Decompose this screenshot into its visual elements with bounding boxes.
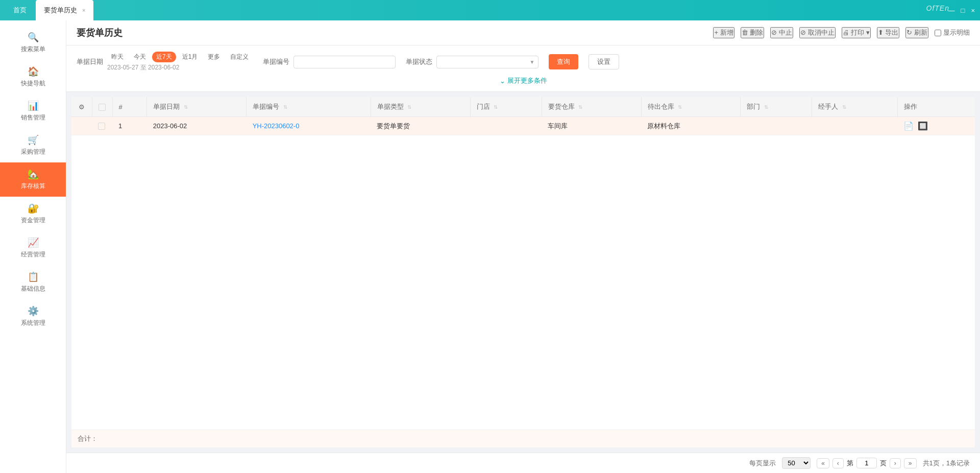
sort-bill-no-icon: ⇅ [283,104,287,110]
date-btn-last1month[interactable]: 近1月 [178,52,202,62]
sort-bill-type-icon: ⇅ [407,104,411,110]
table-footer: 合计： [71,430,975,447]
sidebar-item-system[interactable]: ⚙️ 系统管理 [0,299,66,334]
inventory-icon: 🏡 [28,169,39,180]
main-table: ⚙ # 单据日期 ⇅ 单据编号 [71,97,975,135]
filter-row-1: 单据日期 昨天 今天 近7天 [77,52,970,72]
td-department [741,117,812,135]
date-btn-more[interactable]: 更多 [204,52,224,62]
sales-icon: 📊 [28,100,39,111]
expand-btn[interactable]: ⌄ 展开更多条件 [500,76,547,85]
status-filter-group: 单据状态 [406,56,538,68]
tab-home[interactable]: 首页 [5,0,35,20]
td-row-settings [71,117,92,135]
refresh-label: ↻ 刷新 [906,28,927,37]
table-wrapper: ⚙ # 单据日期 ⇅ 单据编号 [71,97,975,430]
export-button[interactable]: ⬆ 导出 [877,27,900,38]
tab-home-label: 首页 [13,6,27,15]
maximize-btn[interactable]: □ [961,7,965,14]
purchase-icon: 🛒 [28,134,39,146]
page-unit: 页 [880,459,887,468]
next-page-btn[interactable]: › [890,458,901,468]
top-bar: 首页 要货单历史 × OfTEn — □ × [0,0,980,20]
quick-nav-icon: 🏠 [28,66,39,77]
page-size-select[interactable]: 50 100 200 [782,457,811,469]
header-checkbox[interactable] [99,104,106,111]
th-pending-warehouse[interactable]: 待出仓库 ⇅ [641,97,741,117]
sidebar-item-quick-nav[interactable]: 🏠 快捷导航 [0,60,66,94]
th-department[interactable]: 部门 ⇅ [741,97,812,117]
prev-page-btn[interactable]: ‹ [832,458,844,468]
stop-button[interactable]: ⊘ 中止 [770,27,793,38]
show-detail-label: 显示明细 [943,28,970,37]
td-handler [812,117,897,135]
tab-close-icon[interactable]: × [82,7,85,13]
sidebar-item-inventory[interactable]: 🏡 库存核算 [0,162,66,197]
cancel-stop-button[interactable]: ⊘ 取消中止 [799,27,836,38]
query-button[interactable]: 查询 [549,54,578,69]
print-label: 🖨 打印 ▾ [843,28,870,37]
td-row-checkbox[interactable] [92,117,112,135]
first-page-btn[interactable]: « [817,458,829,468]
new-button[interactable]: + 新增 [713,27,734,38]
stop-label: ⊘ 中止 [771,28,792,37]
th-checkbox[interactable] [92,97,112,117]
th-bill-type[interactable]: 单据类型 ⇅ [371,97,470,117]
bill-number-input[interactable] [293,56,396,68]
th-store[interactable]: 门店 ⇅ [470,97,542,117]
status-select[interactable] [436,56,538,68]
page-nav: « ‹ 第 页 › » [817,458,916,468]
th-actions: 操作 [897,97,975,117]
show-detail-checkbox-label[interactable]: 显示明细 [935,28,970,37]
brand-watermark: OfTEn [926,4,949,12]
th-req-warehouse[interactable]: 要货仓库 ⇅ [542,97,641,117]
sidebar-item-search-menu[interactable]: 🔍 搜索菜单 [0,26,66,60]
sort-req-warehouse-icon: ⇅ [578,104,582,110]
row-delete-icon[interactable]: 🔲 [918,121,928,131]
refresh-button[interactable]: ↻ 刷新 [905,27,928,38]
export-label: ⬆ 导出 [878,28,899,37]
new-label: + 新增 [714,28,733,37]
page-header: 要货单历史 + 新增 🗑 删除 ⊘ 中止 ⊘ 取消中止 🖨 打印 ▾ [66,20,980,45]
last-page-btn[interactable]: » [904,458,917,468]
tab-purchase-history[interactable]: 要货单历史 × [36,0,93,20]
table-header-row: ⚙ # 单据日期 ⇅ 单据编号 [71,97,975,117]
th-bill-no[interactable]: 单据编号 ⇅ [247,97,371,117]
sidebar-item-basic-info[interactable]: 📋 基础信息 [0,265,66,299]
sidebar-item-system-label: 系统管理 [21,319,45,327]
td-date: 2023-06-02 [147,117,247,135]
date-filter-group: 单据日期 昨天 今天 近7天 [77,52,253,72]
delete-label: 🗑 删除 [742,28,764,37]
row-edit-icon[interactable]: 📄 [903,121,914,131]
sidebar-item-operations[interactable]: 📈 经营管理 [0,231,66,265]
row-checkbox[interactable] [98,123,105,130]
page-title: 要货单历史 [77,27,122,39]
date-btn-today[interactable]: 今天 [130,52,150,62]
show-detail-checkbox[interactable] [935,30,941,36]
setting-button[interactable]: 设置 [589,54,619,69]
brand-text: OfTEn [926,4,949,12]
tab-bar: 首页 要货单历史 × [5,0,948,20]
delete-button[interactable]: 🗑 删除 [741,27,765,38]
status-select-wrapper [436,56,538,68]
sidebar-item-purchase[interactable]: 🛒 采购管理 [0,128,66,162]
date-btn-last7days[interactable]: 近7天 [152,52,176,62]
finance-icon: 🔐 [28,203,39,214]
th-settings[interactable]: ⚙ [71,97,92,117]
system-icon: ⚙️ [28,305,39,317]
sidebar-item-inventory-label: 库存核算 [21,182,45,191]
footer-total-label: 合计： [78,434,97,443]
sidebar-item-sales[interactable]: 📊 销售管理 [0,94,66,128]
page-input[interactable] [856,458,877,468]
bill-no-link[interactable]: YH-20230602-0 [253,122,300,130]
th-handler[interactable]: 经手人 ⇅ [812,97,897,117]
th-date[interactable]: 单据日期 ⇅ [147,97,247,117]
td-bill-no[interactable]: YH-20230602-0 [247,117,371,135]
sort-handler-icon: ⇅ [842,104,846,110]
close-btn[interactable]: × [971,7,975,14]
date-btn-custom[interactable]: 自定义 [226,52,253,62]
sidebar-item-finance[interactable]: 🔐 资金管理 [0,197,66,231]
print-button[interactable]: 🖨 打印 ▾ [842,27,871,38]
date-range-btns: 昨天 今天 近7天 近1月 更多 [107,52,253,72]
date-btn-yesterday[interactable]: 昨天 [107,52,128,62]
